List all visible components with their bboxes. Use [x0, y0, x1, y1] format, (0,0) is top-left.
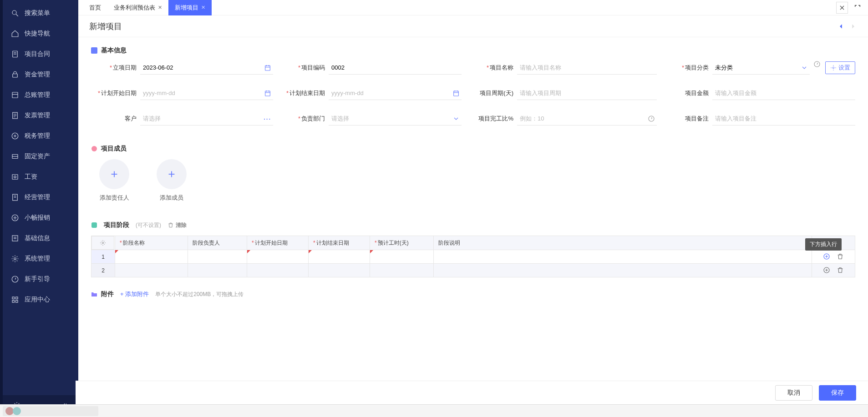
guide-icon [11, 275, 19, 283]
lock-icon [11, 70, 19, 79]
calendar-icon[interactable] [264, 64, 271, 71]
project-code-input[interactable] [329, 61, 462, 75]
svg-rect-33 [91, 47, 97, 54]
table-row[interactable]: 2 [91, 264, 855, 277]
sidebar-item-expense[interactable]: 小畅报销 [3, 207, 78, 228]
tabs-fullscreen-button[interactable] [852, 2, 863, 14]
add-member-button[interactable] [157, 159, 187, 189]
tax-icon [11, 132, 19, 140]
biz-icon [11, 193, 19, 201]
delete-row-icon[interactable] [836, 266, 845, 275]
sidebar-item-system[interactable]: 系统管理 [3, 248, 78, 269]
sidebar-item-guide[interactable]: 新手引导 [3, 269, 78, 289]
sidebar-item-ledger[interactable]: 总账管理 [3, 85, 78, 105]
apps-icon [11, 296, 19, 304]
clear-stages-button[interactable]: 清除 [168, 221, 187, 229]
add-attachment-button[interactable]: + 添加附件 [120, 290, 149, 298]
customer-select[interactable] [140, 112, 273, 126]
svg-point-55 [102, 242, 104, 244]
salary-icon [11, 173, 19, 181]
progress-input[interactable] [517, 112, 657, 126]
sidebar-item-label: 项目合同 [25, 50, 50, 58]
delete-row-icon[interactable] [836, 252, 845, 261]
tabs-close-all-button[interactable] [836, 2, 848, 14]
svg-rect-34 [265, 65, 270, 70]
sidebar-item-biz[interactable]: 经营管理 [3, 187, 78, 207]
remark-input[interactable] [712, 112, 855, 126]
tab-home[interactable]: 首页 [83, 0, 107, 15]
plan-end-input[interactable] [329, 86, 462, 100]
chevron-down-icon[interactable] [452, 115, 460, 122]
tab-label: 首页 [89, 4, 101, 12]
search-icon [11, 9, 19, 17]
sidebar-item-quicknav[interactable]: 快捷导航 [3, 23, 78, 44]
sidebar-item-label: 应用中心 [25, 296, 50, 304]
plan-start-input[interactable] [140, 86, 273, 100]
sidebar-item-apps[interactable]: 应用中心 [3, 289, 78, 310]
close-icon[interactable]: ✕ [158, 5, 162, 10]
svg-rect-12 [12, 174, 18, 179]
category-settings-button[interactable]: 设置 [825, 61, 855, 74]
home-icon [11, 30, 19, 38]
row-number: 1 [91, 250, 115, 264]
chevron-down-icon[interactable] [801, 64, 808, 71]
save-button[interactable]: 保存 [819, 385, 856, 401]
svg-rect-25 [12, 300, 15, 302]
sidebar-item-label: 快捷导航 [25, 30, 50, 38]
tab-label: 新增项目 [175, 4, 198, 12]
sidebar-item-asset[interactable]: 固定资产 [3, 146, 78, 166]
col-stage-start: 计划开始日期 [247, 236, 309, 250]
dept-select[interactable] [329, 112, 462, 126]
sidebar-item-label: 资金管理 [25, 70, 50, 79]
os-taskbar [0, 404, 868, 417]
sidebar: 搜索菜单 快捷导航 项目合同 资金管理 总账管理 发票管理 [3, 0, 78, 417]
create-date-input[interactable] [140, 61, 273, 75]
help-icon[interactable] [813, 60, 821, 68]
sidebar-item-info[interactable]: 基础信息 [3, 228, 78, 248]
cancel-button[interactable]: 取消 [775, 385, 812, 401]
project-name-input[interactable] [517, 61, 657, 75]
col-stage-end: 计划结束日期 [309, 236, 370, 250]
sidebar-item-label: 基础信息 [25, 234, 50, 242]
col-stage-hours: 预计工时(天) [370, 236, 434, 250]
sidebar-item-tax[interactable]: 税务管理 [3, 126, 78, 146]
sidebar-item-search[interactable]: 搜索菜单 [3, 3, 78, 23]
sidebar-item-invoice[interactable]: 发票管理 [3, 105, 78, 126]
sidebar-item-label: 搜索菜单 [25, 9, 50, 17]
add-owner-button[interactable] [99, 159, 129, 189]
sidebar-item-contract[interactable]: 项目合同 [3, 44, 78, 64]
svg-rect-5 [13, 74, 18, 77]
section-members-title: 项目成员 [91, 145, 855, 153]
svg-point-49 [91, 146, 97, 151]
insert-row-icon[interactable] [822, 266, 831, 275]
svg-point-0 [12, 10, 16, 15]
period-input[interactable] [517, 86, 657, 100]
tab-new-project[interactable]: 新增项目✕ [168, 0, 212, 15]
insert-row-icon[interactable] [822, 252, 831, 261]
sidebar-item-label: 税务管理 [25, 132, 50, 140]
section-attachments-title: 附件 [91, 290, 114, 298]
close-icon[interactable]: ✕ [201, 5, 205, 10]
label-category: 项目分类 [685, 64, 709, 71]
help-icon[interactable] [648, 115, 655, 122]
calendar-icon[interactable] [264, 90, 271, 97]
svg-marker-31 [840, 24, 842, 28]
prev-record-button[interactable] [837, 22, 845, 30]
calendar-icon[interactable] [452, 90, 460, 97]
amount-input[interactable] [712, 86, 855, 100]
sidebar-item-salary[interactable]: 工资 [3, 166, 78, 187]
category-select[interactable] [712, 61, 810, 75]
asset-icon [11, 152, 19, 161]
stages-table: 阶段名称 阶段负责人 计划开始日期 计划结束日期 预计工时(天) 阶段说明 1 [91, 236, 855, 277]
sidebar-item-label: 小畅报销 [25, 214, 50, 222]
tab-profit[interactable]: 业务利润预估表✕ [107, 0, 168, 15]
sidebar-item-label: 工资 [25, 173, 37, 181]
more-icon[interactable]: ··· [264, 116, 271, 122]
sidebar-item-fund[interactable]: 资金管理 [3, 64, 78, 85]
label-project-name: 项目名称 [490, 64, 513, 71]
gear-icon[interactable] [100, 240, 106, 246]
table-row[interactable]: 1 [91, 250, 855, 264]
label-progress: 项目完工比% [478, 115, 513, 122]
label-dept: 负责部门 [301, 115, 325, 122]
col-stage-owner: 阶段负责人 [188, 236, 247, 250]
